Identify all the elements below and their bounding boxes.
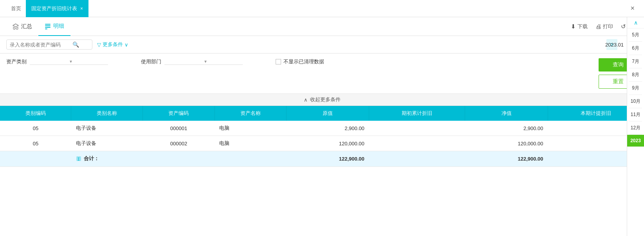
table-row: 05 电子设备 000001 电脑 2,900.00 2,900.00 [0,121,644,136]
download-label: 下载 [577,23,588,30]
data-table-wrap: 类别编码 类别名称 资产编码 资产名称 原值 期初累计折旧 净值 本期计提折旧 … [0,106,644,236]
print-icon: 🖨 [595,23,601,30]
cell-original-value: 2,900.00 [286,121,369,136]
filter-row-1: 资产类别 ▼ 使用部门 ▼ 不显示已清理数据 [6,58,591,65]
use-dept-select[interactable]: ▼ [164,59,243,65]
total-original-value: 122,900.00 [286,151,369,167]
no-cleared-checkbox[interactable] [276,59,281,64]
sidebar-month-item[interactable]: 11月 [629,108,642,122]
collapse-more-btn[interactable]: ∧ 收起更多条件 [0,94,644,106]
sidebar-scroll-up[interactable]: ∧ [627,17,644,29]
print-label: 打印 [603,23,613,30]
dropdown-arrow-2-icon: ▼ [204,59,241,64]
right-sidebar: ∧ 5月6月7月8月9月10月11月12月 2023 [627,17,644,236]
col-asset-code: 资产编码 [143,106,215,121]
sidebar-month-item[interactable]: 8月 [629,68,642,82]
tab-summary-label: 汇总 [21,23,32,30]
search-icon[interactable]: 🔍 [72,41,79,48]
asset-category-label: 资产类别 [6,58,27,65]
filter-area: 资产类别 ▼ 使用部门 ▼ 不显示已清理数据 查询 重置 [0,54,644,94]
no-cleared-field: 不显示已清理数据 [276,58,324,65]
use-dept-label: 使用部门 [141,58,161,65]
cell-asset-code: 000001 [143,121,215,136]
tab-summary[interactable]: 汇总 [6,17,38,36]
chevron-up-icon: ∧ [304,97,308,103]
table-row: 05 电子设备 000002 电脑 120,000.00 120,000.00 [0,136,644,151]
cell-accum-depreciation [369,136,465,151]
cell-accum-depreciation [369,121,465,136]
svg-text:∑: ∑ [78,157,80,161]
print-btn[interactable]: 🖨 打印 [595,23,613,30]
list-icon [45,23,51,29]
download-btn[interactable]: ⬇ 下载 [571,23,588,30]
search-input-wrap[interactable]: 🔍 [6,39,92,50]
collapse-label: 收起更多条件 [310,96,341,103]
cell-original-value: 120,000.00 [286,136,369,151]
sidebar-month-item[interactable]: 10月 [629,95,642,108]
refresh-icon: ↺ [621,23,626,30]
layers-icon [13,23,19,30]
asset-category-field: 资产类别 ▼ [6,58,108,65]
total-net-value: 122,900.00 [465,151,548,167]
col-category-name: 类别名称 [71,106,143,121]
dropdown-arrow-icon: ▼ [69,59,106,64]
use-dept-field: 使用部门 ▼ [141,58,243,65]
more-filter-label: 更多条件 [103,41,123,48]
chevron-down-icon: ∨ [124,42,128,48]
filter-icon: ▽ [97,42,101,48]
sidebar-month-item[interactable]: 12月 [629,122,642,135]
date-label: 2023.01 [605,42,624,48]
window-close-btn[interactable]: × [627,4,638,13]
search-bar: 🔍 ▽ 更多条件 ∨ > 2023.01 [0,36,644,54]
cell-category-name: 电子设备 [71,121,143,136]
total-label: ∑ 合计： [71,151,286,167]
col-original-value: 原值 [286,106,369,121]
tab-detail-label: 明细 [53,23,64,30]
table-header-row: 类别编码 类别名称 资产编码 资产名称 原值 期初累计折旧 净值 本期计提折旧 [0,106,644,121]
total-row: ∑ 合计： 122,900.00 122,900.00 [0,151,644,167]
top-nav: 首页 固定资产折旧统计表 × × [0,0,644,17]
sidebar-month-item[interactable]: 5月 [629,29,642,42]
col-category-code: 类别编码 [0,106,71,121]
total-accum-depreciation [369,151,465,167]
col-net-value: 净值 [465,106,548,121]
no-cleared-label: 不显示已清理数据 [283,58,324,65]
col-asset-name: 资产名称 [215,106,286,121]
cell-net-value: 120,000.00 [465,136,548,151]
sidebar-month-item[interactable]: 7月 [629,55,642,68]
data-table: 类别编码 类别名称 资产编码 资产名称 原值 期初累计折旧 净值 本期计提折旧 … [0,106,644,167]
svg-rect-1 [45,25,51,26]
cell-category-name: 电子设备 [71,136,143,151]
active-tab[interactable]: 固定资产折旧统计表 × [26,0,88,17]
cell-asset-name: 电脑 [215,121,286,136]
download-icon: ⬇ [571,23,576,30]
search-input[interactable] [10,42,72,48]
tab-detail[interactable]: 明细 [38,17,70,36]
cell-category-code: 05 [0,136,71,151]
asset-category-select[interactable]: ▼ [30,59,108,65]
cell-category-code: 05 [0,121,71,136]
tab-close-btn[interactable]: × [80,6,83,11]
tab-label: 固定资产折旧统计表 [31,5,77,12]
sidebar-month-item[interactable]: 6月 [629,42,642,55]
svg-rect-3 [45,29,47,29]
home-nav[interactable]: 首页 [6,5,26,12]
svg-rect-0 [45,24,51,25]
cell-asset-name: 电脑 [215,136,286,151]
more-filter-btn[interactable]: ▽ 更多条件 ∨ [97,41,128,48]
sub-tabs-bar: 汇总 明细 ⬇ 下载 🖨 打印 ↺ 刷新 [0,17,644,36]
filter-fields: 资产类别 ▼ 使用部门 ▼ 不显示已清理数据 [6,58,591,65]
year-badge[interactable]: 2023 [627,135,644,147]
cell-asset-code: 000002 [143,136,215,151]
col-accum-depreciation: 期初累计折旧 [369,106,465,121]
svg-rect-2 [45,27,51,28]
sidebar-month-item[interactable]: 9月 [629,82,642,95]
cell-net-value: 2,900.00 [465,121,548,136]
